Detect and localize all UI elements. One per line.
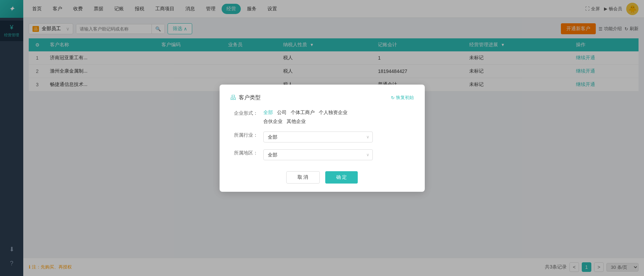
reset-label: 恢复初始	[396, 95, 414, 101]
type-option-company[interactable]: 公司	[277, 110, 287, 116]
cancel-button[interactable]: 取 消	[286, 171, 320, 184]
region-select-wrapper: 全部 ∨	[263, 149, 373, 160]
enterprise-form-label: 企业形式：	[231, 110, 258, 116]
type-option-all[interactable]: 全部	[263, 110, 273, 116]
region-form-row: 所属地区： 全部 ∨	[231, 149, 414, 160]
modal-title-text: 客户类型	[239, 94, 261, 101]
type-option-sole[interactable]: 个人独资企业	[319, 110, 347, 116]
modal-footer: 取 消 确 定	[231, 171, 414, 184]
industry-select[interactable]: 全部	[263, 131, 373, 142]
confirm-button[interactable]: 确 定	[325, 171, 358, 184]
industry-content: 全部 ∨	[263, 131, 414, 142]
modal-title: 品 客户类型	[231, 94, 261, 101]
industry-form-row: 所属行业： 全部 ∨	[231, 131, 414, 142]
type-option-partnership[interactable]: 合伙企业	[263, 118, 282, 125]
industry-label: 所属行业：	[231, 131, 258, 138]
reset-button[interactable]: ↻ 恢复初始	[391, 95, 414, 101]
filter-modal: 品 客户类型 ↻ 恢复初始 企业形式： 全部 公司 个体工商户 个人独资企业 合…	[220, 85, 425, 192]
industry-select-wrapper: 全部 ∨	[263, 131, 373, 142]
enterprise-options: 全部 公司 个体工商户 个人独资企业 合伙企业 其他企业	[263, 110, 414, 125]
type-options: 全部 公司 个体工商户 个人独资企业	[263, 110, 414, 116]
type-option-individual[interactable]: 个体工商户	[291, 110, 315, 116]
region-select[interactable]: 全部	[263, 149, 373, 160]
enterprise-form-row: 企业形式： 全部 公司 个体工商户 个人独资企业 合伙企业 其他企业	[231, 110, 414, 125]
modal-overlay: 品 客户类型 ↻ 恢复初始 企业形式： 全部 公司 个体工商户 个人独资企业 合…	[0, 0, 644, 276]
region-label: 所属地区：	[231, 149, 258, 156]
region-content: 全部 ∨	[263, 149, 414, 160]
modal-title-icon: 品	[231, 94, 236, 101]
type-option-other[interactable]: 其他企业	[287, 118, 306, 125]
reset-icon: ↻	[391, 95, 395, 100]
type-options-row2: 合伙企业 其他企业	[263, 118, 414, 125]
modal-header: 品 客户类型 ↻ 恢复初始	[231, 94, 414, 101]
